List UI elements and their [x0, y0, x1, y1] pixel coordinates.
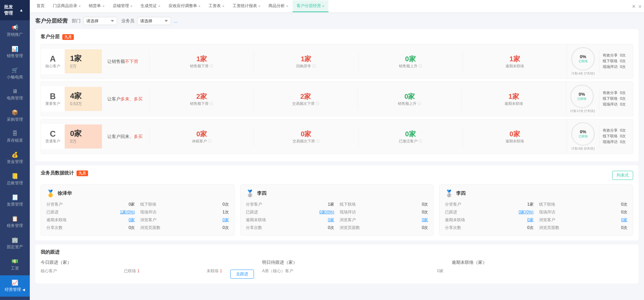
sp-stat-val-link[interactable]: 0家(0%)	[519, 209, 534, 215]
sidebar-item-ecom-small[interactable]: 🛒 小畅电商	[0, 63, 30, 84]
sp-stat-val-link[interactable]: 0家	[129, 217, 135, 223]
tier-c-amount: 0万	[70, 139, 96, 144]
tab-shop-mgmt[interactable]: 店铺管理 ×	[109, 0, 136, 12]
followup-today-label: 今日跟进（家）	[41, 259, 71, 266]
sp-stat-row-1-r3: 浏览页面数 0次	[340, 225, 428, 231]
tab-sales-order-label: 销货单	[89, 3, 101, 9]
sidebar-item-basic-info[interactable]: ℹ 基础信息	[0, 297, 30, 300]
info-icon[interactable]: ⓘ	[316, 139, 320, 144]
tier-c-stats: 0家 休眠客户 ⓘ 0家 交易频次下滑 ⓘ 0家	[149, 119, 633, 154]
sp-stat-val: 0次	[422, 209, 428, 215]
more-filter-btn[interactable]: ...	[174, 18, 178, 24]
tab-menu-icon[interactable]: ≡	[639, 4, 641, 9]
tier-c-linked-0: 有效分享 0次	[603, 128, 629, 133]
sp-stat-val-link[interactable]: 0家(0%)	[319, 209, 334, 215]
tab-home[interactable]: 首页	[33, 0, 49, 12]
sidebar-item-finance[interactable]: 💰 资金管理	[0, 147, 30, 169]
close-tab-voucher[interactable]: ×	[158, 4, 160, 8]
sp-stat-row-0-2: 逾期未联络 0家	[46, 217, 135, 223]
linked-val: 0次	[620, 65, 626, 69]
tier-c-stat-0-count: 0家	[152, 130, 252, 139]
sp-stat-val: 0次	[621, 209, 627, 215]
sp-stat-val-link[interactable]: 0家	[527, 217, 534, 223]
tier-row-c: C 普通客户 0家 0万 让客户回来、多买 0家 休眠客户 ⓘ	[41, 119, 633, 154]
tab-customer-tier[interactable]: 客户分层经营 ×	[293, 0, 328, 12]
tab-ar-ap[interactable]: 应收应付调整单 ×	[165, 0, 205, 12]
tab-salary-table[interactable]: 工资表 ×	[205, 0, 228, 12]
info-icon[interactable]: ⓘ	[316, 101, 319, 106]
sidebar-item-label: 小畅电商	[7, 75, 23, 79]
list-view-button[interactable]: 列表式	[612, 171, 633, 180]
sp-stat-label: 线下联络	[539, 202, 555, 207]
sp-header-0: 🥇 徐泽华	[46, 189, 229, 198]
close-tab-sales-order[interactable]: ×	[102, 4, 104, 8]
tier-a-circle-pct: 0%	[580, 54, 586, 59]
close-all-tabs-icon[interactable]: ✕	[632, 4, 636, 9]
tier-b-stat-3-label: 逾期未联络	[464, 101, 563, 106]
close-tab-salary-table[interactable]: ×	[222, 4, 224, 8]
sp-stat-row-0-r2: 浏览客户 0家	[140, 217, 229, 223]
sidebar-item-fixed-assets[interactable]: 🏢 固定资产	[0, 233, 30, 254]
tab-salary-report[interactable]: 工资统计报表 ×	[229, 0, 264, 12]
sales-select[interactable]: 请选择	[137, 17, 171, 25]
sidebar-toggle-icon[interactable]: ▲	[15, 8, 28, 13]
sp-stat-row-1-1: 已跟进 0家(0%)	[246, 209, 334, 215]
close-tab-shop-products[interactable]: ×	[79, 4, 81, 8]
linked-label: 有效分享	[603, 53, 618, 57]
tab-bar: 首页 门店商品目录 × 销货单 × 店铺管理 × 生成凭证 × 应收应付调整单 …	[30, 0, 644, 13]
info-icon[interactable]: ⓘ	[210, 64, 213, 69]
linked-label: 现场拜访	[603, 102, 618, 106]
close-tab-salary-report[interactable]: ×	[258, 4, 260, 8]
sp-header-1: 🥈 李四	[246, 189, 428, 198]
tab-voucher[interactable]: 生成凭证 ×	[136, 0, 164, 12]
sidebar-item-marketing[interactable]: 📢 营销推广	[0, 20, 30, 42]
tab-product-analysis[interactable]: 商品分析 ×	[264, 0, 292, 12]
sidebar-item-sales[interactable]: 📊 销售管理	[0, 42, 30, 63]
sp-stat-val-link[interactable]: 0家	[328, 217, 334, 223]
tab-product-analysis-label: 商品分析	[269, 3, 285, 9]
sidebar-item-tax[interactable]: 📋 税务管理	[0, 211, 30, 233]
biz-stats-title-text: 业务员数据统计	[41, 170, 74, 176]
tab-shop-products[interactable]: 门店商品目录 ×	[49, 0, 85, 12]
sidebar-item-ecom[interactable]: 🖥 电商管理	[0, 84, 30, 105]
tier-a-stat-0-label: 销售额下滑 ⓘ	[152, 64, 252, 69]
sp-stat-row-0-r3: 浏览页面数 0次	[140, 225, 229, 231]
tier-b-stat-2: 0家 销售额上升 ⓘ	[358, 89, 461, 110]
close-tab-ar-ap[interactable]: ×	[198, 4, 200, 8]
sidebar-item-invoice[interactable]: 🧾 发票管理	[0, 190, 30, 211]
tab-customer-tier-label: 客户分层经营	[297, 3, 321, 9]
close-tab-shop-mgmt[interactable]: ×	[130, 4, 132, 8]
tab-sales-order[interactable]: 销货单 ×	[85, 0, 108, 12]
info-icon[interactable]: ⓘ	[418, 139, 422, 144]
sidebar-item-salary[interactable]: 💵 工资	[0, 254, 30, 275]
sidebar: 批发管理 ▲ 📢 营销推广 📊 销售管理 🛒 小畅电商 🖥 电商管理 📦 采购管…	[0, 0, 30, 300]
sp-stat-val-link[interactable]: 1家(0%)	[120, 209, 135, 215]
info-icon[interactable]: ⓘ	[210, 101, 213, 106]
tab-salary-table-label: 工资表	[209, 3, 221, 9]
sp-stat-val-link[interactable]: 0家	[222, 217, 229, 223]
close-tab-customer-tier[interactable]: ×	[322, 4, 324, 8]
sidebar-header[interactable]: 批发管理 ▲	[0, 0, 30, 20]
info-icon[interactable]: ⓘ	[208, 139, 212, 144]
tier-c-stat-3-label: 逾期未联络	[465, 139, 565, 144]
tier-a-circle-stat: 0% 已联络	[571, 47, 595, 71]
info-icon[interactable]: ⓘ	[418, 64, 422, 69]
close-tab-product-analysis[interactable]: ×	[286, 4, 288, 8]
sp-stat-val-link[interactable]: 0家	[422, 217, 428, 223]
customer-tier-section: 客户分层 九月 A 核心客户 1家 0万 让销售额不下滑 1家	[35, 29, 639, 161]
sidebar-item-inventory[interactable]: 🗄 库存核算	[0, 126, 30, 147]
sidebar-item-label: 发票管理	[7, 202, 23, 207]
sidebar-item-ledger[interactable]: 📒 总账管理	[0, 169, 30, 190]
sp-stat-label: 逾期未联络	[246, 217, 266, 223]
tier-b-stat-1-count: 2家	[256, 92, 355, 101]
sidebar-item-label: 采购管理	[7, 117, 23, 122]
sidebar-item-purchase[interactable]: 📦 采购管理	[0, 105, 30, 126]
dept-select[interactable]: 请选择	[83, 17, 117, 25]
info-icon[interactable]: ⓘ	[417, 101, 421, 106]
sidebar-item-biz-mgmt[interactable]: 📈 经营管理 ◀	[0, 275, 30, 297]
sp-stats-0: 分管客户 0家 线下联络 0次 已跟进 1家(0%) 现场拜访	[46, 202, 229, 231]
info-icon[interactable]: ⓘ	[312, 64, 316, 69]
sp-stat-row-1-0: 分管客户 1家	[246, 202, 334, 207]
sp-stat-val-link[interactable]: 0家	[621, 217, 627, 223]
go-followup-button[interactable]: 去跟进	[230, 270, 254, 279]
